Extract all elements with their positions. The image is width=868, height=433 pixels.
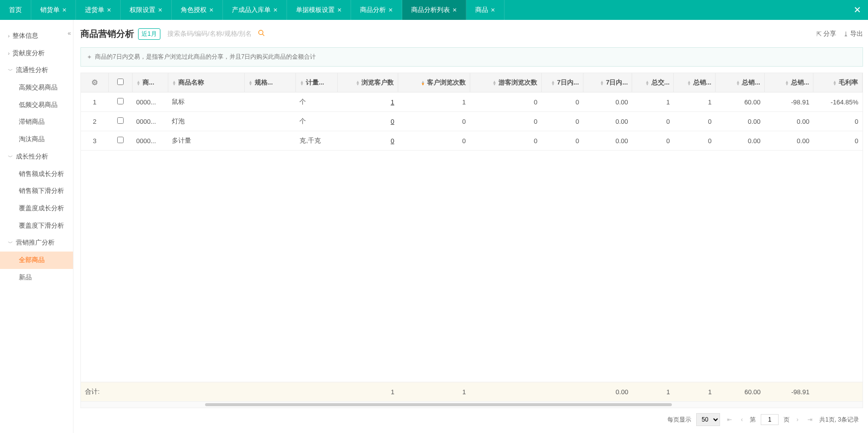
cell-vcust[interactable]: 1 [337, 92, 398, 112]
close-icon[interactable]: ✕ [337, 7, 342, 13]
tab-8[interactable]: 商品分析列表✕ [402, 0, 466, 20]
column-margin[interactable]: ▲▼毛利率 [813, 73, 863, 92]
tab-1[interactable]: 销货单✕ [31, 0, 76, 20]
sidebar-item-2-1[interactable]: 低频交易商品 [0, 96, 73, 114]
cell-ttx: 0 [632, 112, 674, 131]
column-spec[interactable]: ▲▼规格... [244, 73, 295, 92]
page-next-button[interactable]: › [795, 416, 800, 423]
close-icon[interactable]: ✕ [273, 7, 278, 13]
table-row[interactable]: 20000...灯泡个00000.00000.000.000 [81, 112, 863, 131]
cell-vcust[interactable]: 0 [337, 112, 398, 131]
sidebar-item-3-1[interactable]: 销售额下滑分析 [0, 182, 73, 200]
column-code[interactable]: ▲▼商... [132, 73, 168, 92]
search-input[interactable] [165, 27, 255, 40]
tab-0[interactable]: 首页 [0, 0, 31, 20]
close-all-tabs-button[interactable]: ✕ [847, 0, 868, 20]
page-first-button[interactable]: ⇤ [725, 416, 734, 423]
cell-name: 灯泡 [168, 112, 244, 131]
sidebar-item-3-0[interactable]: 销售额成长分析 [0, 166, 73, 183]
collapse-sidebar-icon[interactable]: « [68, 30, 71, 37]
close-icon[interactable]: ✕ [491, 7, 495, 13]
sidebar-item-4-1[interactable]: 新品 [0, 269, 73, 286]
row-checkbox[interactable] [117, 137, 124, 143]
tab-6[interactable]: 单据模板设置✕ [287, 0, 351, 20]
cell-margin: 0 [813, 112, 863, 131]
tab-2[interactable]: 进货单✕ [76, 0, 121, 20]
horizontal-scrollbar[interactable] [81, 402, 863, 408]
table-row[interactable]: 30000...多计量克,千克00000.00000.000.000 [81, 131, 863, 151]
cell-code: 0000... [132, 92, 168, 112]
cell-margin: 0 [813, 131, 863, 151]
row-select[interactable] [108, 92, 132, 112]
tab-3[interactable]: 权限设置✕ [121, 0, 172, 20]
row-select[interactable] [108, 131, 132, 151]
sidebar-item-3-2[interactable]: 覆盖度成长分析 [0, 200, 73, 217]
per-page-select[interactable]: 50 [696, 413, 720, 426]
sidebar-item-3-3[interactable]: 覆盖度下滑分析 [0, 217, 73, 235]
row-checkbox[interactable] [117, 98, 124, 104]
page-prev-button[interactable]: ‹ [739, 416, 745, 423]
tab-4[interactable]: 角色授权✕ [172, 0, 223, 20]
sidebar-item-2-2[interactable]: 滞销商品 [0, 113, 73, 131]
page-last-button[interactable]: ⇥ [805, 416, 814, 423]
svg-point-0 [259, 30, 263, 35]
column-name[interactable]: ▲▼商品名称 [168, 73, 244, 92]
row-index: 2 [81, 112, 108, 131]
cell-name: 鼠标 [168, 92, 244, 112]
close-icon[interactable]: ✕ [209, 7, 214, 13]
column-settings[interactable]: ⚙ [81, 73, 108, 92]
column-browse-customers[interactable]: ▲▼浏览客户数 [337, 73, 398, 92]
table-row[interactable]: 10000...鼠标个11000.001160.00-98.91-164.85% [81, 92, 863, 112]
column-total-amount[interactable]: ▲▼总销... [716, 73, 764, 92]
search-icon[interactable] [258, 29, 265, 38]
tab-label: 销货单 [40, 5, 60, 14]
close-icon[interactable]: ✕ [158, 7, 162, 13]
cell-cviews: 0 [398, 112, 470, 131]
chevron-down-icon: ﹀ [8, 66, 13, 75]
column-total-profit[interactable]: ▲▼总销... [764, 73, 813, 92]
row-checkbox[interactable] [117, 117, 124, 124]
sidebar-group-4[interactable]: ﹀营销推广分析 [0, 234, 73, 252]
chevron-down-icon: ﹀ [8, 152, 13, 162]
tab-7[interactable]: 商品分析✕ [351, 0, 402, 20]
page-input[interactable] [761, 414, 779, 425]
export-button[interactable]: ⤓ 导出 [843, 29, 863, 38]
totals-row: 合计: 1 1 0.00 1 1 60.00 -98.91 [81, 382, 863, 402]
cell-name: 多计量 [168, 131, 244, 151]
totals-ttx: 1 [632, 382, 674, 402]
cell-7ds: 0 [541, 92, 583, 112]
close-icon[interactable]: ✕ [452, 7, 457, 13]
share-button[interactable]: ⇱ 分享 [816, 29, 836, 38]
period-badge[interactable]: 近1月 [138, 28, 160, 40]
select-all-checkbox[interactable] [117, 79, 124, 85]
sidebar-item-2-0[interactable]: 高频交易商品 [0, 79, 73, 96]
column-customer-views[interactable]: ▲▼客户浏览次数 [398, 73, 470, 92]
row-index: 3 [81, 131, 108, 151]
scrollbar-thumb[interactable] [205, 403, 672, 406]
close-icon[interactable]: ✕ [388, 7, 393, 13]
column-select-all[interactable] [108, 73, 132, 92]
sidebar-group-1[interactable]: ›贡献度分析 [0, 45, 73, 62]
close-icon[interactable]: ✕ [62, 7, 67, 13]
sidebar-group-2[interactable]: ﹀流通性分析 [0, 62, 73, 79]
chevron-right-icon: › [8, 31, 9, 41]
cell-unit: 克,千克 [295, 131, 337, 151]
sidebar-group-0[interactable]: ›整体信息 [0, 27, 73, 45]
sidebar-group-label: 营销推广分析 [16, 237, 55, 249]
sidebar-item-2-3[interactable]: 淘汰商品 [0, 131, 73, 148]
row-select[interactable] [108, 112, 132, 131]
column-total-count[interactable]: ▲▼总销... [674, 73, 716, 92]
tab-9[interactable]: 商品✕ [466, 0, 505, 20]
totals-7d-amount: 0.00 [583, 382, 633, 402]
cell-vcust[interactable]: 0 [337, 131, 398, 151]
column-guest-views[interactable]: ▲▼游客浏览次数 [470, 73, 541, 92]
tab-5[interactable]: 产成品入库单✕ [223, 0, 287, 20]
column-total-tx[interactable]: ▲▼总交... [632, 73, 674, 92]
sidebar-item-4-0[interactable]: 全部商品 [0, 252, 73, 269]
column-7d-sales[interactable]: ▲▼7日内... [541, 73, 583, 92]
sidebar: « ›整体信息›贡献度分析﹀流通性分析高频交易商品低频交易商品滞销商品淘汰商品﹀… [0, 20, 73, 433]
close-icon[interactable]: ✕ [107, 7, 111, 13]
sidebar-group-3[interactable]: ﹀成长性分析 [0, 148, 73, 166]
column-7d-amount[interactable]: ▲▼7日内... [583, 73, 632, 92]
column-unit[interactable]: ▲▼计量... [295, 73, 337, 92]
